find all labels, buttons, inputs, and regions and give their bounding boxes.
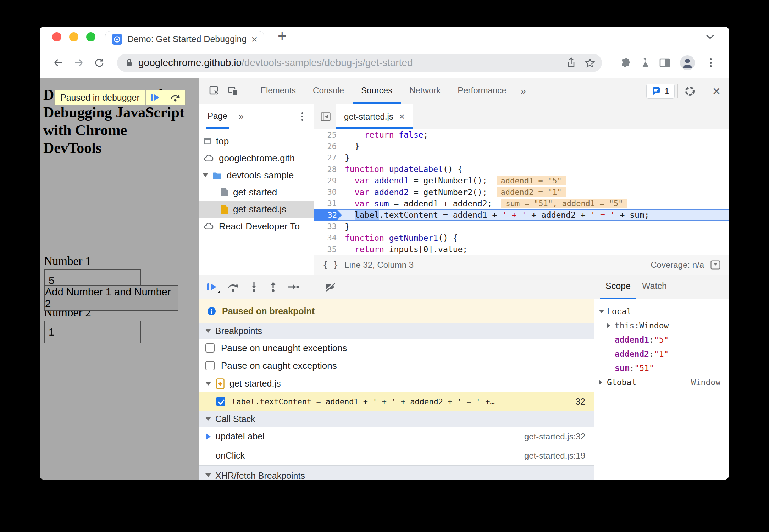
share-icon[interactable] bbox=[566, 57, 576, 68]
breakpoints-section-header[interactable]: Breakpoints bbox=[199, 323, 594, 339]
code-line-32[interactable]: 32 label.textContent = addend1 + ' + ' +… bbox=[314, 209, 729, 221]
line-number[interactable]: 27 bbox=[314, 152, 342, 164]
browser-menu-icon[interactable] bbox=[705, 62, 717, 64]
code-line-33[interactable]: 33} bbox=[314, 221, 729, 232]
bookmark-star-icon[interactable] bbox=[585, 58, 595, 68]
more-tabs-button[interactable]: » bbox=[515, 85, 532, 97]
line-number[interactable]: 34 bbox=[314, 232, 342, 244]
code-line-35[interactable]: 35 return inputs[0].value; bbox=[314, 244, 729, 255]
hide-navigator-icon[interactable] bbox=[314, 104, 336, 129]
editor-tab-close-button[interactable]: × bbox=[399, 111, 405, 122]
device-toolbar-icon[interactable] bbox=[224, 82, 242, 100]
pretty-print-icon[interactable]: { } bbox=[323, 260, 338, 270]
pause-uncaught-checkbox[interactable] bbox=[205, 343, 215, 353]
code-line-27[interactable]: 27} bbox=[314, 152, 729, 164]
xhr-breakpoints-section-header[interactable]: XHR/fetch Breakpoints bbox=[199, 465, 594, 480]
inspect-element-icon[interactable] bbox=[205, 82, 224, 100]
tab-search-chevron-icon[interactable] bbox=[706, 34, 715, 40]
pause-uncaught-row[interactable]: Pause on uncaught exceptions bbox=[199, 339, 594, 357]
close-window-button[interactable] bbox=[52, 32, 61, 41]
editor-tab-get-started-js[interactable]: get-started.js × bbox=[336, 104, 413, 129]
line-number[interactable]: 33 bbox=[314, 221, 342, 232]
expanded-triangle-icon[interactable] bbox=[599, 310, 607, 313]
line-number[interactable]: 28 bbox=[314, 164, 342, 175]
address-bar[interactable]: googlechrome.github.io/devtools-samples/… bbox=[117, 54, 602, 72]
breakpoint-file-group[interactable]: get-started.js bbox=[199, 375, 594, 392]
number2-input[interactable]: 1 bbox=[44, 321, 141, 343]
scope-item-local[interactable]: Local bbox=[599, 304, 725, 318]
devtools-menu-icon[interactable] bbox=[699, 88, 709, 94]
collapsed-triangle-icon[interactable] bbox=[599, 380, 607, 385]
call-stack-section-header[interactable]: Call Stack bbox=[199, 411, 594, 427]
pause-caught-row[interactable]: Pause on caught exceptions bbox=[199, 357, 594, 375]
step-out-button[interactable] bbox=[269, 282, 278, 292]
tree-item-top[interactable]: top bbox=[199, 133, 314, 150]
line-number[interactable]: 29 bbox=[314, 175, 342, 186]
execution-pointer-line-number[interactable]: 32 bbox=[314, 209, 342, 221]
add-numbers-button[interactable]: Add Number 1 and Number 2 bbox=[44, 285, 178, 311]
sidebar-menu-icon[interactable] bbox=[301, 116, 303, 117]
forward-button[interactable] bbox=[74, 59, 84, 67]
step-over-button[interactable] bbox=[227, 282, 239, 292]
code-line-34[interactable]: 34function getNumber1() { bbox=[314, 232, 729, 244]
flask-extension-icon[interactable] bbox=[640, 57, 649, 68]
scope-item-this[interactable]: this: Window bbox=[599, 318, 725, 333]
drawer-icon[interactable] bbox=[710, 260, 720, 270]
side-panel-icon[interactable] bbox=[659, 58, 670, 67]
scope-item-addend2[interactable]: addend2: "1" bbox=[599, 347, 725, 361]
scope-item-addend1[interactable]: addend1: "5" bbox=[599, 333, 725, 347]
devtools-tab-network[interactable]: Network bbox=[401, 78, 449, 104]
issues-badge[interactable]: 1 bbox=[646, 84, 674, 99]
browser-tab[interactable]: Demo: Get Started Debugging × bbox=[105, 31, 264, 47]
line-number[interactable]: 26 bbox=[314, 140, 342, 152]
tree-item-get-started-js[interactable]: get-started.js bbox=[199, 201, 314, 218]
resume-script-button[interactable] bbox=[206, 282, 217, 292]
line-number[interactable]: 31 bbox=[314, 198, 342, 209]
code-line-29[interactable]: 29 var addend1 = getNumber1();addend1 = … bbox=[314, 175, 729, 186]
zoom-window-button[interactable] bbox=[86, 32, 95, 41]
sidebar-more-tabs[interactable]: » bbox=[239, 111, 244, 122]
line-number[interactable]: 35 bbox=[314, 244, 342, 255]
code-line-25[interactable]: 25 return false; bbox=[314, 129, 729, 140]
back-button[interactable] bbox=[53, 59, 63, 67]
settings-gear-icon[interactable] bbox=[681, 82, 699, 100]
devtools-tab-sources[interactable]: Sources bbox=[353, 78, 401, 104]
call-stack-frame-updatelabel[interactable]: updateLabelget-started.js:32 bbox=[199, 427, 594, 446]
call-stack-frame-onclick[interactable]: onClickget-started.js:19 bbox=[199, 446, 594, 465]
tab-watch[interactable]: Watch bbox=[636, 275, 673, 299]
banner-resume-button[interactable] bbox=[145, 90, 165, 105]
tab-close-button[interactable]: × bbox=[251, 34, 258, 45]
scope-item-sum[interactable]: sum: "51" bbox=[599, 361, 725, 375]
expanded-triangle-icon[interactable] bbox=[203, 173, 208, 177]
scope-item-global[interactable]: GlobalWindow bbox=[599, 375, 725, 389]
code-line-30[interactable]: 30 var addend2 = getNumber2();addend2 = … bbox=[314, 186, 729, 198]
tree-item-devtools-sample[interactable]: devtools-sample bbox=[199, 167, 314, 184]
tree-item-react-developer-to[interactable]: React Developer To bbox=[199, 218, 314, 235]
extensions-puzzle-icon[interactable] bbox=[620, 58, 630, 68]
reload-button[interactable] bbox=[94, 58, 104, 68]
devtools-close-button[interactable]: × bbox=[709, 84, 724, 98]
code-line-26[interactable]: 26 } bbox=[314, 140, 729, 152]
collapsed-triangle-icon[interactable] bbox=[607, 323, 615, 328]
devtools-tab-console[interactable]: Console bbox=[304, 78, 353, 104]
code-line-31[interactable]: 31 var sum = addend1 + addend2;sum = "51… bbox=[314, 198, 729, 209]
tab-scope[interactable]: Scope bbox=[600, 275, 636, 299]
line-number[interactable]: 30 bbox=[314, 186, 342, 198]
banner-step-over-button[interactable] bbox=[165, 90, 185, 105]
devtools-tab-performance[interactable]: Performance bbox=[449, 78, 515, 104]
code-line-28[interactable]: 28function updateLabel() { bbox=[314, 164, 729, 175]
tree-item-get-started[interactable]: get-started bbox=[199, 184, 314, 201]
breakpoint-entry[interactable]: label.textContent = addend1 + ' + ' + ad… bbox=[199, 392, 594, 411]
new-tab-button[interactable]: + bbox=[278, 29, 287, 44]
devtools-tab-elements[interactable]: Elements bbox=[252, 78, 304, 104]
breakpoint-checkbox[interactable] bbox=[216, 397, 225, 406]
minimize-window-button[interactable] bbox=[69, 32, 78, 41]
profile-avatar[interactable] bbox=[680, 55, 695, 70]
tree-item-googlechrome-gith[interactable]: googlechrome.gith bbox=[199, 150, 314, 167]
deactivate-breakpoints-button[interactable] bbox=[325, 282, 336, 292]
step-button[interactable] bbox=[288, 283, 299, 291]
step-into-button[interactable] bbox=[249, 282, 259, 292]
line-number[interactable]: 25 bbox=[314, 129, 342, 140]
pause-caught-checkbox[interactable] bbox=[205, 361, 215, 370]
sidebar-tab-page[interactable]: Page bbox=[206, 104, 229, 129]
